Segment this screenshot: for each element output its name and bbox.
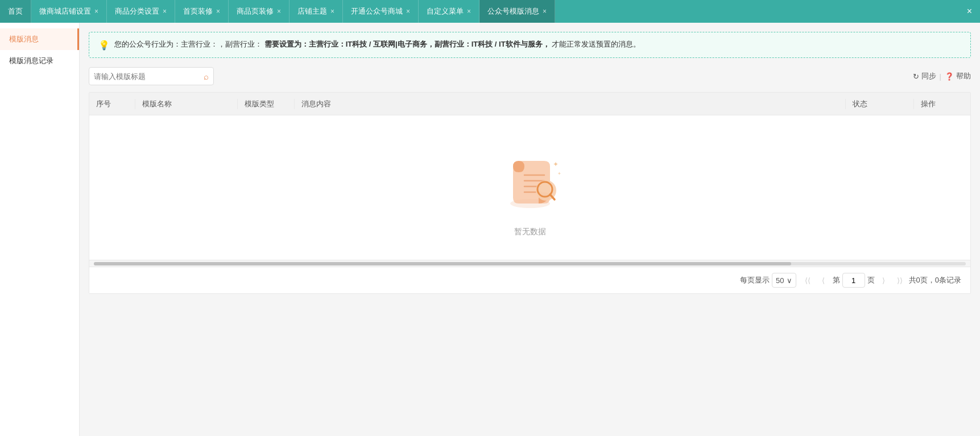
- sync-label: 同步: [921, 71, 936, 81]
- search-bar: ⌕ ↻ 同步 | ❓ 帮助: [89, 67, 971, 85]
- nav-tab-shop-settings-close[interactable]: ×: [94, 7, 98, 15]
- nav-tab-open-mall[interactable]: 开通公众号商城 ×: [343, 0, 419, 23]
- th-type: 模版类型: [237, 99, 294, 109]
- table-header: 序号 模版名称 模版类型 消息内容 状态 操作: [89, 93, 970, 115]
- th-content: 消息内容: [294, 99, 845, 109]
- help-button[interactable]: ❓ 帮助: [945, 71, 971, 81]
- nav-tab-shop-settings-label: 微商城店铺设置: [39, 6, 91, 16]
- nav-tab-category-label: 商品分类设置: [115, 6, 159, 16]
- close-all-button[interactable]: ×: [959, 0, 980, 23]
- chevron-down-icon: ∨: [787, 276, 792, 285]
- last-page-button[interactable]: ⟩⟩: [893, 273, 907, 287]
- notice-suffix: 才能正常发送预置的消息。: [552, 40, 640, 48]
- nav-tab-open-mall-label: 开通公众号商城: [351, 6, 403, 16]
- page-size-dropdown[interactable]: 50 ∨: [772, 273, 796, 288]
- total-label: 共0页，0条记录: [909, 275, 961, 285]
- nav-tab-product-close[interactable]: ×: [277, 7, 281, 15]
- notice-banner: 💡 您的公众号行业为：主营行业：，副营行业： 需要设置为：主营行业：IT科技 /…: [89, 32, 971, 58]
- nav-tab-theme-label: 店铺主题: [297, 6, 327, 16]
- sidebar-item-template-record[interactable]: 模版消息记录: [0, 50, 79, 72]
- sidebar: 模版消息 模版消息记录: [0, 23, 80, 436]
- nav-tab-home[interactable]: 首页: [0, 0, 31, 23]
- notice-highlight: 需要设置为：主营行业：IT科技 / 互联网|电子商务，副营行业：IT科技 / I…: [264, 40, 550, 48]
- sync-icon: ↻: [913, 72, 919, 81]
- nav-tab-category[interactable]: 商品分类设置 ×: [107, 0, 175, 23]
- nav-tab-menu-label: 自定义菜单: [427, 6, 464, 16]
- th-status: 状态: [845, 99, 913, 109]
- nav-tab-theme[interactable]: 店铺主题 ×: [290, 0, 343, 23]
- nav-tab-menu[interactable]: 自定义菜单 ×: [419, 0, 479, 23]
- search-input-wrap: ⌕: [89, 67, 214, 85]
- nav-tab-open-mall-close[interactable]: ×: [406, 7, 410, 15]
- nav-tab-product-label: 商品页装修: [237, 6, 274, 16]
- nav-tab-template-msg-label: 公众号模版消息: [487, 6, 539, 16]
- sidebar-item-template-msg[interactable]: 模版消息: [0, 28, 79, 50]
- nav-tab-homepage[interactable]: 首页装修 ×: [175, 0, 229, 23]
- current-page-input[interactable]: [842, 273, 865, 288]
- search-icon[interactable]: ⌕: [204, 72, 209, 81]
- help-circle-icon: ❓: [945, 72, 954, 81]
- th-name: 模版名称: [135, 99, 237, 109]
- nav-tab-theme-close[interactable]: ×: [330, 7, 334, 15]
- toolbar-right: ↻ 同步 | ❓ 帮助: [913, 71, 971, 81]
- empty-text: 暂无数据: [514, 227, 546, 237]
- svg-text:✦: ✦: [553, 160, 559, 168]
- page-prefix-label: 第: [833, 275, 840, 285]
- page-size-select: 每页显示 50 ∨: [740, 273, 796, 288]
- nav-tab-menu-close[interactable]: ×: [467, 7, 471, 15]
- pagination: 每页显示 50 ∨ ⟨⟨ ⟨ 第 页 ⟩ ⟩⟩ 共0页，0条记录: [89, 267, 970, 293]
- nav-tab-home-label: 首页: [8, 6, 23, 16]
- nav-tab-product[interactable]: 商品页装修 ×: [229, 0, 290, 23]
- horizontal-scrollbar[interactable]: [89, 260, 970, 267]
- first-page-button[interactable]: ⟨⟨: [801, 273, 814, 287]
- page-size-label: 每页显示: [740, 275, 770, 285]
- prev-page-button[interactable]: ⟨: [817, 273, 830, 287]
- empty-state: ✦ ✦ 暂无数据: [89, 115, 970, 260]
- page-size-value: 50: [776, 276, 784, 285]
- notice-prefix: 您的公众号行业为：主营行业：，副营行业：: [114, 40, 262, 48]
- next-page-button[interactable]: ⟩: [877, 273, 891, 287]
- scrollbar-thumb[interactable]: [94, 262, 791, 265]
- th-action: 操作: [913, 99, 970, 109]
- nav-tab-shop-settings[interactable]: 微商城店铺设置 ×: [31, 0, 107, 23]
- divider: |: [940, 72, 941, 81]
- data-table: 序号 模版名称 模版类型 消息内容 状态 操作: [89, 92, 971, 294]
- content-area: 💡 您的公众号行业为：主营行业：，副营行业： 需要设置为：主营行业：IT科技 /…: [80, 23, 980, 436]
- nav-tab-template-msg-close[interactable]: ×: [543, 7, 547, 15]
- sidebar-item-template-record-label: 模版消息记录: [9, 56, 53, 65]
- nav-tab-category-close[interactable]: ×: [163, 7, 167, 15]
- scrollbar-track: [94, 262, 966, 265]
- page-navigation: ⟨⟨ ⟨ 第 页 ⟩ ⟩⟩ 共0页，0条记录: [801, 273, 961, 288]
- th-seq: 序号: [89, 99, 135, 109]
- main-layout: 模版消息 模版消息记录 💡 您的公众号行业为：主营行业：，副营行业： 需要设置为…: [0, 23, 980, 436]
- nav-tab-homepage-label: 首页装修: [183, 6, 213, 16]
- sidebar-item-template-msg-label: 模版消息: [9, 35, 39, 43]
- svg-text:✦: ✦: [557, 171, 561, 176]
- search-input[interactable]: [94, 72, 204, 81]
- notice-icon: 💡: [98, 40, 110, 51]
- sync-button[interactable]: ↻ 同步: [913, 71, 936, 81]
- nav-tab-homepage-close[interactable]: ×: [216, 7, 220, 15]
- empty-illustration: ✦ ✦: [496, 150, 564, 218]
- nav-tab-template-msg[interactable]: 公众号模版消息 ×: [479, 0, 555, 23]
- help-label: 帮助: [956, 71, 971, 81]
- top-nav: 首页 微商城店铺设置 × 商品分类设置 × 首页装修 × 商品页装修 × 店铺主…: [0, 0, 980, 23]
- page-suffix-label: 页: [867, 275, 875, 285]
